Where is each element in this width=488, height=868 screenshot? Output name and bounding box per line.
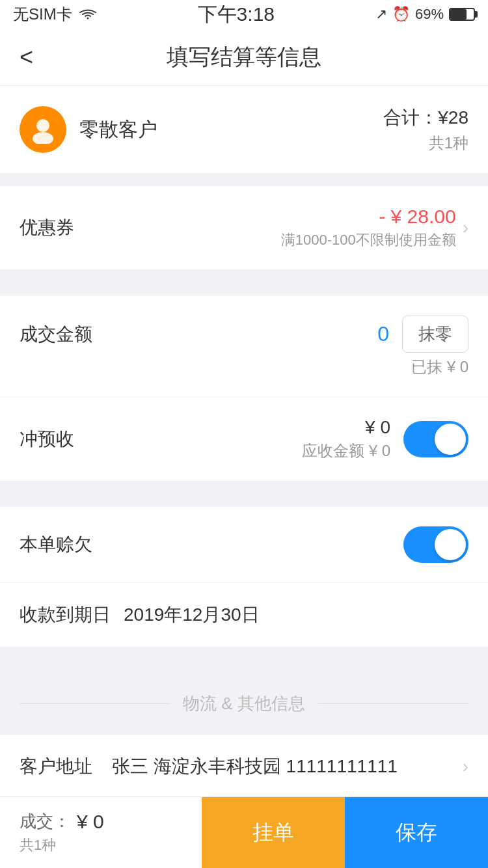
bottom-deal-row: 成交： ¥ 0 [20, 810, 182, 833]
address-value: 张三 海淀永丰科技园 11111111111 [112, 754, 463, 779]
alarm-icon: ⏰ [392, 6, 410, 23]
customer-name: 零散客户 [79, 116, 157, 143]
transaction-label: 成交金额 [20, 322, 92, 347]
battery-icon [449, 8, 475, 21]
status-indicators: ↗ ⏰ 69% [375, 6, 475, 23]
round-off-button[interactable]: 抹零 [402, 316, 468, 353]
logistics-label: 物流 & 其他信息 [183, 692, 305, 715]
coupon-right: - ¥ 28.00 满1000-100不限制使用金额 › [281, 206, 468, 250]
coupon-info: - ¥ 28.00 满1000-100不限制使用金额 [281, 206, 456, 250]
due-date-row: 收款到期日 2019年12月30日 [0, 582, 488, 647]
customer-total: 合计：¥28 共1种 [383, 105, 468, 154]
status-network: 无SIM卡 [13, 4, 97, 25]
gray-divider-1 [0, 283, 488, 296]
prereceive-right: ¥ 0 应收金额 ¥ 0 [302, 417, 468, 461]
status-time: 下午3:18 [198, 1, 275, 28]
bottom-info: 成交： ¥ 0 共1种 [0, 810, 202, 855]
hold-order-button[interactable]: 挂单 [202, 797, 345, 869]
credit-toggle[interactable] [403, 526, 468, 563]
prereceive-section: 冲预收 ¥ 0 应收金额 ¥ 0 [0, 397, 488, 481]
credit-section: 本单赊欠 收款到期日 2019年12月30日 [0, 507, 488, 647]
prereceive-toggle[interactable] [403, 421, 468, 457]
address-label: 客户地址 [20, 754, 92, 779]
bottom-deal-amount: ¥ 0 [77, 811, 104, 833]
customer-avatar [20, 106, 66, 153]
logistics-section-header: 物流 & 其他信息 [0, 673, 488, 735]
bottom-count: 共1种 [20, 835, 182, 855]
due-date-value[interactable]: 2019年12月30日 [124, 603, 260, 627]
customer-info: 零散客户 [20, 106, 157, 153]
bottom-bar: 成交： ¥ 0 共1种 挂单 保存 [0, 796, 488, 868]
credit-row: 本单赊欠 [0, 507, 488, 582]
save-button[interactable]: 保存 [345, 797, 488, 869]
prereceive-info: ¥ 0 应收金额 ¥ 0 [302, 417, 390, 461]
bottom-deal-label: 成交： [20, 810, 70, 833]
gray-divider-3 [0, 660, 488, 673]
status-bar: 无SIM卡 下午3:18 ↗ ⏰ 69% [0, 0, 488, 29]
page-title: 填写结算等信息 [167, 42, 321, 72]
nav-bar: < 填写结算等信息 [0, 29, 488, 86]
gray-divider-2 [0, 494, 488, 507]
transaction-value[interactable]: 0 [363, 322, 389, 346]
wifi-icon [79, 8, 97, 21]
address-chevron-icon: › [463, 756, 468, 777]
battery-percent: 69% [415, 6, 444, 23]
transaction-right: 0 抹零 [363, 316, 468, 353]
back-button[interactable]: < [13, 37, 40, 77]
toggle-knob [435, 424, 466, 455]
transaction-amount-row: 成交金额 0 抹零 [20, 316, 468, 353]
credit-label: 本单赊欠 [20, 532, 92, 557]
total-amount: 合计：¥28 [383, 105, 468, 130]
svg-point-1 [33, 132, 53, 144]
content-area: 零散客户 合计：¥28 共1种 优惠券 - ¥ 28.00 满1000-100不… [0, 86, 488, 868]
coupon-desc: 满1000-100不限制使用金额 [281, 230, 456, 250]
coupon-label: 优惠券 [20, 215, 74, 240]
coupon-chevron-icon: › [463, 217, 468, 238]
due-date-label: 收款到期日 [20, 603, 111, 627]
address-row[interactable]: 客户地址 张三 海淀永丰科技园 11111111111 › [0, 735, 488, 798]
coupon-row[interactable]: 优惠券 - ¥ 28.00 满1000-100不限制使用金额 › [0, 186, 488, 270]
prereceive-row: 冲预收 ¥ 0 应收金额 ¥ 0 [0, 397, 488, 481]
already-deducted-label: 已抹 ¥ 0 [20, 357, 468, 377]
svg-point-0 [36, 119, 49, 132]
customer-row: 零散客户 合计：¥28 共1种 [0, 86, 488, 173]
location-icon: ↗ [375, 6, 387, 23]
credit-toggle-knob [435, 529, 466, 560]
total-count: 共1种 [383, 133, 468, 154]
coupon-section: 优惠券 - ¥ 28.00 满1000-100不限制使用金额 › [0, 186, 488, 270]
address-section: 客户地址 张三 海淀永丰科技园 11111111111 › [0, 735, 488, 798]
prereceive-receivable: 应收金额 ¥ 0 [302, 441, 390, 461]
coupon-amount: - ¥ 28.00 [281, 206, 456, 228]
avatar-icon [29, 115, 57, 144]
network-label: 无SIM卡 [13, 4, 72, 25]
prereceive-label: 冲预收 [20, 427, 74, 452]
prereceive-amount: ¥ 0 [302, 417, 390, 438]
transaction-section: 成交金额 0 抹零 已抹 ¥ 0 [0, 296, 488, 397]
logistics-divider: 物流 & 其他信息 [20, 692, 468, 715]
